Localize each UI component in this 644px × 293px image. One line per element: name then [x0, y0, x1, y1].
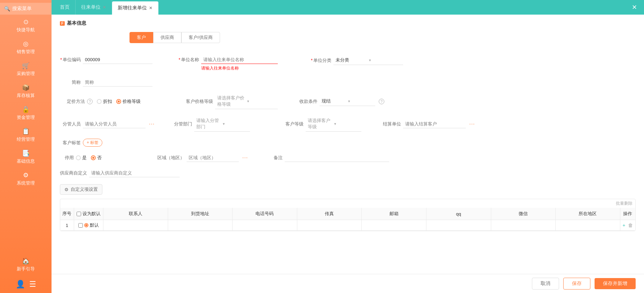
sidebar-item-label: 经营管理: [17, 136, 35, 143]
sidebar-item-sales[interactable]: ◎ 销售管理: [0, 36, 52, 58]
custom-settings-button[interactable]: ⚙ 自定义项设置: [60, 184, 102, 195]
radio-yes-circle: [76, 155, 81, 160]
add-tag-button[interactable]: + 标签: [83, 139, 102, 147]
phone-input[interactable]: [235, 223, 295, 228]
menu-icon[interactable]: ☰: [29, 280, 36, 289]
customer-tag-label: 客户标签: [60, 140, 81, 146]
chevron-down-icon: ▾: [334, 122, 359, 126]
sidebar-item-finance[interactable]: 🔒 资金管理: [0, 102, 52, 124]
save-and-new-button[interactable]: 保存并新增: [595, 278, 636, 289]
unit-name-input[interactable]: [201, 56, 278, 64]
sidebar-item-label: 新手引导: [17, 266, 35, 272]
cell-email[interactable]: [362, 220, 426, 231]
radio-no[interactable]: 否: [91, 155, 102, 161]
cancel-button[interactable]: 取消: [532, 278, 559, 290]
unit-type-buttons: 客户 供应商 客户/供应商: [129, 32, 220, 43]
close-partners-tab[interactable]: ✕: [103, 5, 106, 10]
section-title-text: 基本信息: [67, 20, 86, 26]
save-button[interactable]: 保存: [563, 278, 590, 290]
close-new-partner-tab[interactable]: ✕: [149, 6, 152, 10]
radio-price-level[interactable]: 价格等级: [116, 98, 141, 105]
sidebar-item-basic-info[interactable]: 📑 基础信息: [0, 146, 52, 168]
sales-icon: ◎: [23, 40, 29, 48]
address-input[interactable]: [170, 223, 230, 228]
dept-label: 分管部门: [171, 121, 192, 127]
sidebar-item-quick-nav[interactable]: ⊙ 快捷导航: [0, 15, 52, 36]
col-address: 到货地址: [168, 208, 233, 220]
cell-address[interactable]: [168, 220, 233, 231]
radio-discount-circle: [97, 99, 102, 104]
pricing-help-icon[interactable]: ?: [87, 99, 93, 104]
default-radio[interactable]: [84, 223, 88, 227]
type-btn-supplier[interactable]: 供应商: [153, 32, 181, 43]
col-default: 设为默认: [74, 208, 103, 220]
radio-discount[interactable]: 折扣: [97, 98, 112, 105]
manager-more-btn[interactable]: ···: [148, 121, 156, 127]
fax-input[interactable]: [299, 223, 360, 228]
chevron-down-icon: ▾: [247, 99, 276, 104]
cell-wechat[interactable]: [491, 220, 556, 231]
sidebar: 🔍 搜索菜单 ⊙ 快捷导航 ◎ 销售管理 🛒 采购管理 📦 库存核算 🔒 资金管…: [0, 0, 52, 293]
sidebar-search-label: 搜索菜单: [12, 6, 32, 12]
customer-price-select[interactable]: 请选择客户价格等级 ▾: [215, 93, 278, 109]
payment-terms-label: 收款条件: [297, 98, 317, 105]
select-all-checkbox[interactable]: [77, 212, 81, 216]
dept-select[interactable]: 请输入分管部门 ▾: [194, 116, 250, 132]
form-footer: 取消 保存 保存并新增: [52, 274, 644, 293]
settlement-label: 结算单位: [380, 121, 401, 127]
settlement-input[interactable]: [403, 120, 466, 128]
chevron-down-icon: ▾: [223, 122, 248, 126]
qq-input[interactable]: [429, 223, 489, 228]
add-row-btn[interactable]: +: [622, 222, 625, 228]
contact-input[interactable]: [105, 223, 166, 228]
region-input[interactable]: [187, 154, 239, 162]
tab-new-partner[interactable]: 新增往来单位 ✕: [112, 1, 158, 15]
unit-code-input[interactable]: [83, 56, 152, 64]
type-btn-both[interactable]: 客户/供应商: [181, 32, 220, 43]
radio-yes[interactable]: 是: [76, 155, 87, 161]
tab-partners[interactable]: 往来单位 ✕: [76, 0, 112, 15]
note-input[interactable]: [285, 154, 389, 162]
cell-qq[interactable]: [426, 220, 491, 231]
cell-phone[interactable]: [233, 220, 297, 231]
type-btn-customer[interactable]: 客户: [129, 32, 153, 43]
region-more-btn[interactable]: ···: [241, 155, 249, 161]
row-region-input[interactable]: [558, 223, 618, 228]
tab-home[interactable]: 首页: [54, 0, 76, 15]
user-icon[interactable]: 👤: [16, 280, 25, 289]
short-name-label: 简称: [60, 79, 81, 86]
sidebar-item-label: 系统管理: [17, 180, 35, 186]
payment-help-icon[interactable]: ?: [379, 99, 384, 104]
sidebar-item-label: 销售管理: [17, 49, 35, 55]
sidebar-item-label: 快捷导航: [17, 27, 35, 33]
sidebar-item-system[interactable]: ⚙ 系统管理: [0, 168, 52, 190]
settlement-more-btn[interactable]: ···: [468, 121, 476, 127]
batch-delete-btn[interactable]: 批量删除: [616, 201, 633, 206]
form-area: F 基本信息 客户 供应商 客户/供应商 *单位编码: [52, 15, 644, 274]
section-icon: F: [60, 21, 65, 26]
supplier-custom-input[interactable]: [89, 169, 180, 177]
customer-level-label: 客户等级: [283, 121, 304, 127]
cell-fax[interactable]: [297, 220, 362, 231]
system-icon: ⚙: [23, 171, 29, 179]
quick-nav-icon: ⊙: [23, 18, 29, 26]
row-checkbox[interactable]: [78, 223, 83, 228]
sidebar-item-purchase[interactable]: 🛒 采购管理: [0, 58, 52, 80]
sidebar-item-label: 基础信息: [17, 158, 35, 164]
sidebar-item-newbie[interactable]: 🏠 新手引导: [0, 254, 52, 276]
payment-terms-select[interactable]: 现结 ▾: [320, 97, 375, 106]
delete-row-btn[interactable]: 🗑: [628, 222, 633, 228]
sidebar-item-inventory[interactable]: 📦 库存核算: [0, 80, 52, 102]
cell-contact[interactable]: [103, 220, 168, 231]
sidebar-search[interactable]: 🔍 搜索菜单: [0, 3, 52, 15]
cell-region[interactable]: [556, 220, 620, 231]
short-name-input[interactable]: [83, 78, 152, 87]
sidebar-item-operations[interactable]: 📋 经营管理: [0, 124, 52, 146]
newbie-icon: 🏠: [22, 257, 30, 265]
customer-level-select[interactable]: 请选择客户等级 ▾: [306, 116, 361, 132]
unit-category-select[interactable]: 未分类 ▾: [333, 56, 403, 65]
wechat-input[interactable]: [493, 223, 553, 228]
close-all-tabs[interactable]: ✕: [628, 3, 641, 11]
manager-input[interactable]: [83, 120, 146, 128]
email-input[interactable]: [364, 223, 424, 228]
